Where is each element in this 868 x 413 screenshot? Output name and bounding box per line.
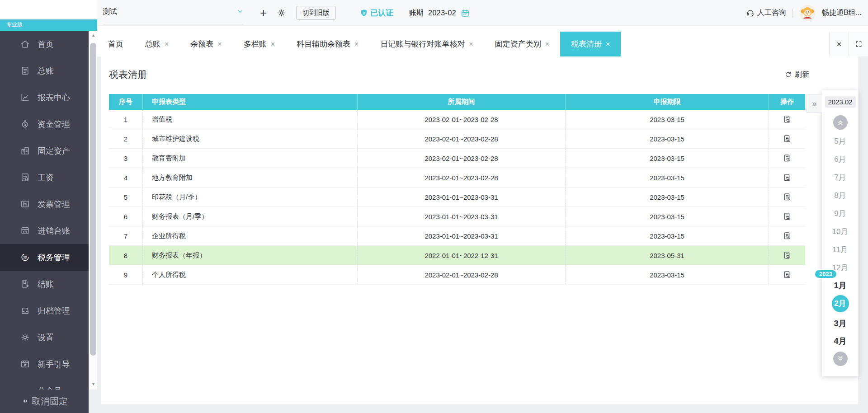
- current-year-months: 2023 1月2月3月4月: [822, 274, 859, 347]
- collapse-picker-button[interactable]: »: [807, 94, 822, 113]
- sidebar-item-label: 固定资产: [38, 145, 70, 156]
- tab-close-icon[interactable]: ×: [545, 40, 549, 48]
- scroll-up-arrow[interactable]: ▲: [89, 32, 98, 39]
- tab-close-icon[interactable]: ×: [354, 40, 359, 48]
- unpin-sidebar-button[interactable]: 取消固定: [0, 390, 89, 413]
- sidebar-item-ledger[interactable]: 总账: [0, 57, 89, 84]
- tab-首页[interactable]: 首页: [97, 32, 134, 56]
- page-title: 税表清册: [109, 68, 147, 81]
- scroll-down-arrow[interactable]: ▼: [89, 380, 98, 388]
- tab-close-icon[interactable]: ×: [217, 40, 222, 48]
- fullscreen-button[interactable]: [849, 32, 868, 56]
- settings-gear-icon[interactable]: [277, 0, 286, 26]
- table-row: 7企业所得税2023-01-01~2023-03-312023-03-15: [109, 226, 805, 246]
- account-set-selector[interactable]: 测试: [103, 0, 244, 24]
- refresh-icon: [784, 71, 792, 79]
- sidebar-item-closing[interactable]: 结账: [0, 271, 89, 297]
- close-all-tabs-button[interactable]: ×: [829, 32, 849, 56]
- month-10月[interactable]: 10月: [832, 225, 849, 238]
- tab-总账[interactable]: 总账×: [134, 32, 179, 56]
- certified-label: 已认证: [370, 8, 393, 18]
- brand-name: 畅捷通好会计: [23, 6, 77, 18]
- moneybag-icon: [20, 119, 30, 129]
- tab-close-icon[interactable]: ×: [469, 40, 473, 48]
- sidebar-item-assets[interactable]: 固定资产: [0, 137, 89, 164]
- picker-scroll-up-button[interactable]: [833, 115, 848, 130]
- user-avatar[interactable]: [799, 5, 816, 21]
- invoice-icon: [20, 199, 30, 209]
- tab-税表清册[interactable]: 税表清册×: [560, 32, 621, 56]
- cell-type: 城市维护建设税: [143, 129, 358, 148]
- month-7月[interactable]: 7月: [832, 171, 849, 184]
- month-3月[interactable]: 3月: [834, 317, 846, 330]
- cell-deadline: 2023-03-15: [566, 168, 769, 187]
- sidebar-item-salary[interactable]: 工资: [0, 164, 89, 191]
- cell-deadline: 2023-03-15: [566, 149, 769, 168]
- tab-日记账与银行对账单核对[interactable]: 日记账与银行对账单核对×: [369, 32, 484, 56]
- support-button[interactable]: 人工咨询: [746, 8, 786, 18]
- certified-badge[interactable]: 企 已认证: [359, 0, 393, 26]
- tab-余额表[interactable]: 余额表×: [179, 32, 232, 56]
- view-report-button[interactable]: [783, 154, 792, 163]
- month-11月[interactable]: 11月: [832, 244, 849, 256]
- table-row: 3教育费附加2023-02-01~2023-02-282023-03-15: [109, 149, 805, 168]
- view-report-button[interactable]: [783, 231, 792, 240]
- cell-type: 财务报表（月/季）: [143, 207, 358, 226]
- tab-科目辅助余额表[interactable]: 科目辅助余额表×: [286, 32, 369, 56]
- accounting-period[interactable]: 账期 2023-02: [409, 0, 470, 26]
- sidebar-item-invoice[interactable]: 发票管理: [0, 191, 89, 217]
- sidebar-item-funds[interactable]: 资金管理: [0, 111, 89, 137]
- sidebar-item-reports[interactable]: 报表中心: [0, 84, 89, 111]
- month-4月[interactable]: 4月: [834, 335, 846, 347]
- month-1月[interactable]: 1月: [834, 279, 846, 292]
- user-name[interactable]: 畅捷通B组...: [822, 8, 862, 18]
- view-report-button[interactable]: [783, 134, 792, 143]
- view-report-button[interactable]: [783, 115, 792, 124]
- cell-period: 2023-02-01~2023-02-28: [358, 265, 566, 284]
- month-9月[interactable]: 9月: [832, 207, 849, 220]
- month-2月-selected[interactable]: 2月: [832, 295, 849, 312]
- tab-close-icon[interactable]: ×: [165, 40, 169, 48]
- sidebar-item-settings[interactable]: 设置: [0, 324, 89, 351]
- month-5月[interactable]: 5月: [832, 135, 849, 148]
- year-badge: 2023: [815, 270, 836, 278]
- picker-scroll-down-button[interactable]: [833, 352, 848, 366]
- report-icon: [20, 92, 30, 103]
- tab-close-icon[interactable]: ×: [606, 40, 610, 48]
- tab-label: 日记账与银行对账单核对: [380, 39, 465, 49]
- calendar-icon[interactable]: [461, 9, 470, 18]
- cell-period: 2023-01-01~2023-03-31: [358, 226, 566, 245]
- cell-deadline: 2023-03-15: [566, 129, 769, 148]
- cell-period: 2022-01-01~2022-12-31: [358, 246, 566, 265]
- view-report-button[interactable]: [783, 251, 792, 260]
- cell-no: 1: [109, 110, 143, 129]
- sidebar-item-guide[interactable]: 新手引导: [0, 351, 89, 377]
- cell-deadline: 2023-03-15: [566, 188, 769, 206]
- switch-old-version-button[interactable]: 切到旧版: [296, 6, 336, 20]
- view-report-button[interactable]: [783, 212, 792, 221]
- brand-edition: 专业版: [6, 21, 23, 28]
- sidebar-scrollbar[interactable]: ▲ ▼: [89, 31, 97, 390]
- cell-type: 财务报表（年报）: [143, 246, 358, 265]
- tab-close-icon[interactable]: ×: [271, 40, 275, 48]
- cell-deadline: 2023-03-15: [566, 110, 769, 129]
- view-report-button[interactable]: [783, 173, 792, 182]
- month-8月[interactable]: 8月: [832, 189, 849, 202]
- cell-actions: [769, 110, 805, 129]
- picker-current-period[interactable]: 2023.02: [825, 96, 856, 108]
- scrollbar-thumb[interactable]: [90, 43, 96, 356]
- sidebar-item-archive[interactable]: 归档管理: [0, 297, 89, 324]
- sidebar-item-tax[interactable]: 税税务管理: [0, 244, 89, 271]
- cell-no: 3: [109, 149, 143, 168]
- view-report-button[interactable]: [783, 270, 792, 279]
- tab-多栏账[interactable]: 多栏账×: [233, 32, 286, 56]
- month-6月[interactable]: 6月: [832, 153, 849, 166]
- sidebar-item-label: 设置: [38, 332, 54, 343]
- sidebar-item-inventory[interactable]: 进销台账: [0, 217, 89, 244]
- refresh-button[interactable]: 刷新: [784, 70, 809, 80]
- add-account-set-button[interactable]: +: [260, 0, 267, 26]
- tab-固定资产类别[interactable]: 固定资产类别×: [484, 32, 560, 56]
- closing-icon: [20, 279, 30, 289]
- sidebar-item-home[interactable]: 首页: [0, 31, 89, 57]
- view-report-button[interactable]: [783, 192, 792, 202]
